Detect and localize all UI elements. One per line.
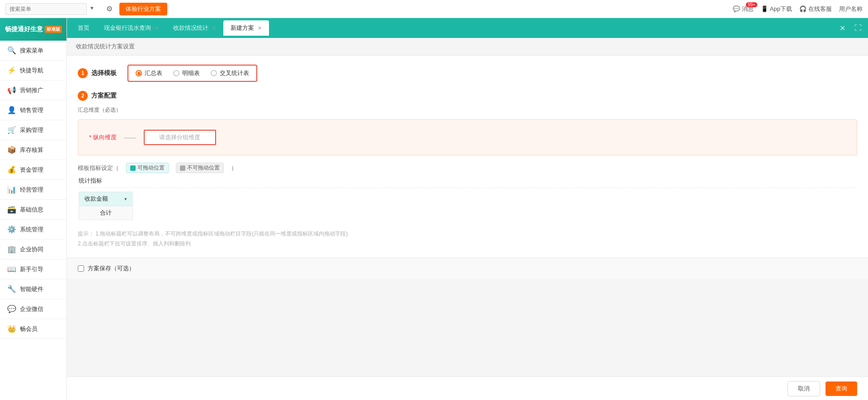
message-icon: 💬 [733, 5, 740, 12]
inventory-icon: 📦 [7, 146, 16, 154]
draggable-color-indicator [130, 165, 136, 171]
finance-icon: 💰 [7, 165, 16, 174]
sidebar-item-hardware[interactable]: 🔧 智能硬件 [0, 279, 66, 299]
purchase-icon: 🛒 [7, 126, 16, 134]
tip-1: 提示： 1.拖动标题栏可以调整布局，不可跨维度或指标区域拖动栏目字段(只能在同一… [78, 229, 857, 239]
arrow-icon: —— [124, 134, 137, 141]
sidebar-item-label: 经营管理 [20, 186, 43, 194]
user-name-item[interactable]: 用户名称 [839, 5, 863, 13]
sidebar-item-guide[interactable]: 📖 新手引导 [0, 259, 66, 279]
tab-bank-flow-close[interactable]: ✕ [155, 25, 159, 31]
tab-maximize-button[interactable]: ⛶ [852, 23, 864, 33]
sidebar-item-label: 库存核算 [20, 146, 43, 154]
tab-home[interactable]: 首页 [71, 20, 97, 36]
sidebar-item-quick-nav[interactable]: ⚡ 快捷导航 [0, 61, 66, 80]
vertical-dim-label: * 纵向维度 [89, 133, 117, 141]
basic-info-icon: 🗃️ [7, 205, 16, 214]
not-draggable-tag: 不可拖动位置 [176, 163, 224, 173]
dimension-select[interactable]: 请选择分组维度 [144, 130, 216, 145]
notification-item[interactable]: 💬 消息 99+ [733, 5, 754, 13]
step1-row: 1 选择模板 汇总表 明细表 [78, 65, 857, 82]
sidebar-item-marketing[interactable]: 📢 营销推广 [0, 80, 66, 100]
content-inner: 收款情况统计方案设置 1 选择模板 汇总表 [67, 38, 868, 279]
step2-badge: 2 [78, 91, 88, 101]
hardware-icon: 🔧 [7, 285, 16, 293]
sidebar-item-member[interactable]: 👑 畅会员 [0, 319, 66, 339]
sidebar-item-label: 营销推广 [20, 86, 43, 94]
wechat-icon: 💬 [7, 305, 16, 313]
tab-collection-stats-close[interactable]: ✕ [212, 25, 216, 31]
settings-icon[interactable]: ⚙ [103, 3, 116, 15]
top-bar: ▾ ⚙ 体验行业方案 💬 消息 99+ 📱 App下载 🎧 在线客服 用户名称 [0, 0, 868, 18]
sidebar-item-purchase[interactable]: 🛒 采购管理 [0, 120, 66, 140]
dimension-label-text: 汇总维度（必选） [78, 107, 121, 113]
main-area: 首页 现金银行流水查询 ✕ 收款情况统计 ✕ 新建方案 ✕ ✕ ⛶ [67, 18, 868, 400]
sidebar-item-label: 基础信息 [20, 206, 43, 214]
layout: 畅捷通好生意 标准版 🔍 搜索菜单 ⚡ 快捷导航 📢 营销推广 👤 销售管理 🛒… [0, 18, 868, 400]
tab-bank-flow[interactable]: 现金银行流水查询 ✕ [97, 20, 166, 36]
stats-label: 统计指标 [79, 177, 857, 188]
radio-cross-circle [211, 70, 217, 76]
not-draggable-color-indicator [180, 165, 185, 171]
draggable-tag: 可拖动位置 [126, 163, 169, 173]
radio-cross-label: 交叉统计表 [220, 69, 249, 77]
sidebar-item-operations[interactable]: 📊 经营管理 [0, 180, 66, 200]
download-item[interactable]: 📱 App下载 [761, 5, 792, 13]
not-draggable-label: 不可拖动位置 [187, 164, 220, 172]
user-name: 用户名称 [839, 5, 863, 13]
metric-table-header[interactable]: 收款金额 ▾ [79, 192, 132, 206]
metric-settings-label: 模板指标设定（ [78, 164, 119, 172]
query-button[interactable]: 查询 [826, 381, 857, 396]
sidebar-item-search[interactable]: 🔍 搜索菜单 [0, 41, 66, 61]
search-input[interactable] [5, 3, 87, 15]
sidebar-item-label: 畅会员 [20, 325, 38, 333]
footer-bar: 取消 查询 [67, 376, 868, 400]
download-label: App下载 [770, 5, 792, 13]
download-icon: 📱 [761, 5, 768, 12]
column-header-label: 收款金额 [85, 195, 108, 203]
sidebar-item-basic-info[interactable]: 🗃️ 基础信息 [0, 200, 66, 220]
trial-button[interactable]: 体验行业方案 [119, 3, 167, 15]
tab-home-label: 首页 [78, 24, 90, 32]
dropdown-arrow-icon[interactable]: ▾ [90, 5, 99, 14]
radio-detail-label: 明细表 [182, 69, 200, 77]
logo-text: 畅捷通好生意 [5, 25, 43, 33]
tab-new-plan[interactable]: 新建方案 ✕ [223, 20, 269, 36]
sidebar-item-sales[interactable]: 👤 销售管理 [0, 100, 66, 120]
cancel-button[interactable]: 取消 [788, 381, 820, 396]
sidebar-item-wechat[interactable]: 💬 企业微信 [0, 299, 66, 319]
sidebar-item-label: 企业协同 [20, 245, 43, 254]
step2-row: 2 方案配置 [78, 91, 857, 101]
sidebar-item-enterprise[interactable]: 🏢 企业协同 [0, 240, 66, 259]
tab-new-plan-close[interactable]: ✕ [258, 25, 262, 31]
radio-summary-circle [136, 70, 142, 76]
radio-cross[interactable]: 交叉统计表 [211, 69, 249, 77]
guide-icon: 📖 [7, 265, 16, 273]
sidebar-item-finance[interactable]: 💰 资金管理 [0, 160, 66, 180]
radio-detail[interactable]: 明细表 [173, 69, 200, 77]
metric-table-cell: 合计 [79, 206, 132, 220]
tab-bar: 首页 现金银行流水查询 ✕ 收款情况统计 ✕ 新建方案 ✕ ✕ ⛶ [67, 18, 868, 38]
tab-close-button[interactable]: ✕ [837, 23, 848, 33]
radio-summary[interactable]: 汇总表 [136, 69, 162, 77]
section-card: 1 选择模板 汇总表 明细表 [67, 56, 868, 258]
sidebar-item-label: 采购管理 [20, 126, 43, 134]
top-bar-right: 💬 消息 99+ 📱 App下载 🎧 在线客服 用户名称 [733, 5, 863, 13]
sidebar-item-system[interactable]: ⚙️ 系统管理 [0, 220, 66, 240]
top-bar-left: ▾ ⚙ 体验行业方案 [5, 3, 167, 15]
sidebar-item-label: 搜索菜单 [20, 47, 43, 55]
notification-badge: 99+ [746, 2, 757, 7]
service-item[interactable]: 🎧 在线客服 [799, 5, 832, 13]
metric-table: 收款金额 ▾ 合计 [79, 192, 133, 220]
system-icon: ⚙️ [7, 225, 16, 234]
enterprise-icon: 🏢 [7, 245, 16, 254]
save-checkbox[interactable] [78, 265, 84, 272]
chevron-down-icon[interactable]: ▾ [124, 196, 127, 202]
edition-badge: 标准版 [45, 26, 62, 33]
dimension-area: * 纵向维度 —— 请选择分组维度 [78, 119, 857, 155]
metric-section-close: ） [231, 164, 237, 172]
radio-summary-label: 汇总表 [145, 69, 162, 77]
step1-badge: 1 [78, 68, 88, 78]
sidebar-item-inventory[interactable]: 📦 库存核算 [0, 140, 66, 160]
tab-collection-stats[interactable]: 收款情况统计 ✕ [166, 20, 223, 36]
